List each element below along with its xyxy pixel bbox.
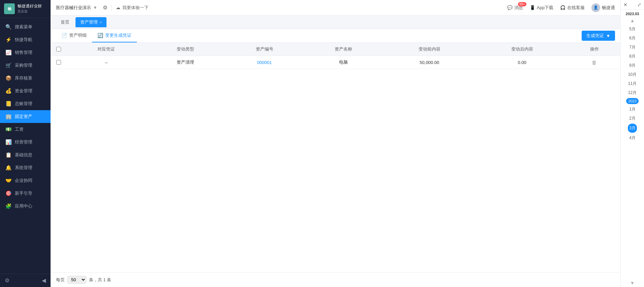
customer-service-icon: 🎧	[560, 5, 565, 10]
month-3-current[interactable]: 3月	[628, 124, 637, 133]
sub-tab-asset-list[interactable]: 📄 资产明细	[56, 29, 92, 42]
operations-icon: 📊	[5, 139, 11, 145]
total-text: 条，共 1 条	[89, 277, 111, 283]
collapse-icon[interactable]: ◀	[42, 277, 46, 284]
month-6[interactable]: 6月	[621, 34, 644, 43]
topbar-gear-icon[interactable]: ⚙	[103, 4, 108, 11]
tabs-bar: 首页 资产管理 ×	[51, 15, 620, 29]
scroll-up-arrow[interactable]: ▲	[629, 17, 636, 25]
experience-label: 我要体验一下	[122, 5, 149, 11]
topbar-right: 💬 消息 99+ 📱 App下载 🎧 在线客服 👤 畅捷通	[507, 3, 615, 12]
sidebar-item-quick-nav[interactable]: ⚡ 快捷导航	[0, 33, 51, 46]
month-1[interactable]: 1月	[621, 105, 644, 114]
customer-service-label: 在线客服	[567, 5, 585, 11]
month-12[interactable]: 12月	[621, 88, 644, 97]
scroll-down-arrow[interactable]: ▼	[629, 279, 636, 287]
month-5[interactable]: 5月	[621, 25, 644, 34]
generate-voucher-dropdown-icon: ▼	[606, 33, 610, 38]
pagination: 每页 50 10 20 100 条，共 1 条	[51, 272, 620, 287]
row-voucher: --	[67, 56, 146, 69]
asset-list-icon: 📄	[61, 33, 67, 38]
delete-row-icon[interactable]: 🗑	[592, 60, 597, 65]
row-after-content: 0.00	[476, 56, 569, 69]
app-logo-icon: 畅	[4, 3, 15, 14]
sales-icon: 📈	[5, 50, 11, 56]
topbar-divider	[112, 4, 112, 11]
sidebar-item-app-center[interactable]: 🧩 应用中心	[0, 200, 51, 213]
purchase-icon: 🛒	[5, 62, 11, 68]
message-icon: 💬	[507, 5, 513, 10]
table-col-change-type: 变动类型	[146, 43, 225, 56]
sidebar-item-enterprise[interactable]: 🤝 企业协同	[0, 174, 51, 187]
table-row: -- 资产清理 000001 电脑 50,000.00 0.00 🗑	[51, 56, 620, 69]
per-page-label: 每页	[56, 277, 65, 283]
table-header-checkbox	[51, 43, 67, 56]
app-logo-text: 畅捷通好业财 普及版	[18, 4, 42, 14]
month-9[interactable]: 9月	[621, 61, 644, 70]
tab-asset-label: 资产管理	[80, 19, 98, 25]
row-asset-code: 000001	[225, 56, 304, 69]
month-11[interactable]: 11月	[621, 79, 644, 88]
user-menu[interactable]: 👤 畅捷通	[591, 3, 615, 12]
sidebar-item-sales[interactable]: 📈 销售管理	[0, 46, 51, 59]
table-wrapper: 对应凭证 变动类型 资产编号 资产名称 变动前内容 变动后内容 操作	[51, 43, 620, 272]
month-10[interactable]: 10月	[621, 70, 644, 79]
table-col-before: 变动前内容	[383, 43, 476, 56]
sidebar-item-search[interactable]: 🔍 搜索菜单	[0, 21, 51, 33]
sidebar-item-guide[interactable]: 🎯 新手引导	[0, 187, 51, 200]
month-7[interactable]: 7月	[621, 43, 644, 52]
sidebar-nav: 🔍 搜索菜单 ⚡ 快捷导航 📈 销售管理 🛒 采购管理 📦 库存核算 💰 资金管…	[0, 18, 51, 274]
basic-info-icon: 📋	[5, 152, 11, 158]
message-badge: 99+	[518, 2, 526, 6]
tab-home-label: 首页	[61, 19, 69, 25]
sidebar-item-inventory[interactable]: 📦 库存核算	[0, 72, 51, 85]
experience-button[interactable]: ☁ 我要体验一下	[116, 5, 149, 11]
app-download-icon: 📱	[530, 5, 535, 10]
customer-service-button[interactable]: 🎧 在线客服	[560, 5, 585, 11]
topbar: 医疗器械行业演示 ▼ ⚙ ☁ 我要体验一下 💬 消息 99+ 📱 App下载 🎧…	[51, 0, 620, 15]
sidebar-item-ledger[interactable]: 📒 总账管理	[0, 97, 51, 110]
company-selector[interactable]: 医疗器械行业演示 ▼	[56, 5, 97, 11]
tab-close-icon[interactable]: ×	[100, 20, 102, 24]
sidebar: 畅 畅捷通好业财 普及版 🔍 搜索菜单 ⚡ 快捷导航 📈 销售管理 🛒 采购管理…	[0, 0, 51, 287]
quick-nav-icon: ⚡	[5, 37, 11, 43]
row-change-type: 资产清理	[146, 56, 225, 69]
select-all-checkbox[interactable]	[56, 47, 61, 52]
sidebar-item-operations[interactable]: 📊 经营管理	[0, 136, 51, 149]
row-checkbox-cell	[51, 56, 67, 69]
month-2[interactable]: 2月	[621, 114, 644, 123]
change-voucher-icon: 🔄	[97, 33, 103, 38]
inventory-icon: 📦	[5, 75, 11, 81]
table-col-asset-name: 资产名称	[304, 43, 383, 56]
ledger-icon: 📒	[5, 101, 11, 107]
sidebar-item-basic-info[interactable]: 📋 基础信息	[0, 149, 51, 161]
per-page-select[interactable]: 50 10 20 100	[67, 276, 86, 284]
row-checkbox[interactable]	[56, 60, 61, 65]
app-download-button[interactable]: 📱 App下载	[530, 5, 553, 11]
sub-tab-change-voucher[interactable]: 🔄 变更生成凭证	[92, 29, 137, 42]
panel-year-label: 2023.03	[623, 10, 642, 17]
table-col-action: 操作	[569, 43, 620, 56]
sidebar-item-system[interactable]: 🔔 系统管理	[0, 161, 51, 174]
finance-icon: 💰	[5, 88, 11, 94]
experience-icon: ☁	[116, 5, 120, 10]
settings-icon[interactable]: ⚙	[5, 277, 9, 284]
month-8[interactable]: 8月	[621, 52, 644, 61]
sidebar-item-purchase[interactable]: 🛒 采购管理	[0, 59, 51, 72]
month-4[interactable]: 4月	[621, 133, 644, 142]
main-area: 医疗器械行业演示 ▼ ⚙ ☁ 我要体验一下 💬 消息 99+ 📱 App下载 🎧…	[51, 0, 620, 287]
sidebar-item-finance[interactable]: 💰 资金管理	[0, 85, 51, 97]
user-avatar: 👤	[591, 3, 600, 12]
tab-asset-management[interactable]: 资产管理 ×	[75, 17, 106, 27]
panel-close-icon[interactable]: ✕	[623, 2, 627, 7]
search-nav-icon: 🔍	[5, 24, 11, 30]
sidebar-item-salary[interactable]: 💵 工资	[0, 123, 51, 136]
user-label: 畅捷通	[602, 5, 615, 11]
message-button[interactable]: 💬 消息 99+	[507, 5, 523, 11]
generate-voucher-button[interactable]: 生成凭证 ▼	[582, 31, 615, 41]
tab-home[interactable]: 首页	[56, 17, 74, 27]
sidebar-item-fixed-assets[interactable]: 🏢 固定资产	[0, 110, 51, 123]
panel-expand-icon[interactable]: ⤢	[637, 2, 641, 7]
asset-table: 对应凭证 变动类型 资产编号 资产名称 变动前内容 变动后内容 操作	[51, 43, 620, 69]
table-col-asset-code: 资产编号	[225, 43, 304, 56]
